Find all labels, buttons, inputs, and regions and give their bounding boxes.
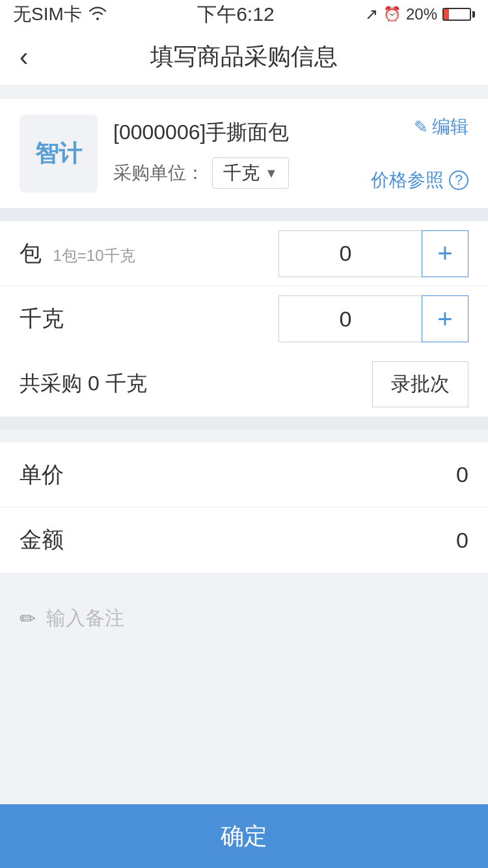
bao-input-row: 包 1包=10千克 + <box>0 221 488 286</box>
unit-price-label: 单价 <box>20 460 456 490</box>
price-section: 单价 0 金额 0 <box>0 442 488 573</box>
amount-value: 0 <box>456 528 468 553</box>
unit-label: 采购单位： <box>113 161 204 185</box>
kg-input-row: 千克 + <box>0 286 488 351</box>
product-logo: 智计 <box>35 138 82 170</box>
kg-plus-button[interactable]: + <box>422 295 468 342</box>
nav-bar: ‹ 填写商品采购信息 <box>0 29 488 86</box>
bao-input-wrap: + <box>278 230 468 277</box>
unit-select[interactable]: 千克 ▼ <box>212 157 289 189</box>
edit-button[interactable]: ✎ 编辑 <box>414 115 468 139</box>
price-ref-label: 价格参照 <box>371 168 444 193</box>
amount-row: 金额 0 <box>0 508 488 573</box>
summary-text: 共采购 0 千克 <box>20 370 372 398</box>
edit-label: 编辑 <box>432 115 468 139</box>
back-button[interactable]: ‹ <box>20 42 28 72</box>
carrier-text: 无SIM卡 <box>13 2 82 27</box>
section-divider-1 <box>0 208 488 221</box>
kg-input[interactable] <box>278 295 422 342</box>
status-bar: 无SIM卡 下午6:12 ↗ ⏰ 20% <box>0 0 488 29</box>
alarm-icon: ⏰ <box>383 6 401 23</box>
help-icon: ? <box>449 170 468 190</box>
status-left: 无SIM卡 <box>13 2 107 27</box>
edit-icon: ✎ <box>414 117 428 137</box>
bao-sub: 1包=10千克 <box>53 247 135 264</box>
chevron-down-icon: ▼ <box>265 166 278 181</box>
status-right: ↗ ⏰ 20% <box>365 5 475 23</box>
confirm-button[interactable]: 确定 <box>0 804 488 868</box>
location-icon: ↗ <box>365 5 378 23</box>
note-placeholder: 输入备注 <box>46 605 124 632</box>
kg-input-wrap: + <box>278 295 468 342</box>
pencil-icon: ✏ <box>20 607 36 630</box>
batch-button[interactable]: 录批次 <box>372 361 468 407</box>
unit-price-value: 0 <box>456 462 468 487</box>
battery-percent: 20% <box>406 5 437 23</box>
page-title: 填写商品采购信息 <box>150 41 338 73</box>
battery-indicator <box>442 8 475 21</box>
status-time: 下午6:12 <box>197 1 274 28</box>
price-reference-button[interactable]: 价格参照 ? <box>371 168 468 193</box>
unit-value: 千克 <box>223 161 260 185</box>
product-thumbnail: 智计 <box>20 115 98 193</box>
bao-input[interactable] <box>278 230 422 277</box>
bao-plus-button[interactable]: + <box>422 230 468 277</box>
amount-label: 金额 <box>20 525 456 555</box>
kg-label: 千克 <box>20 304 278 334</box>
product-card: 智计 [0000006]手撕面包 采购单位： 千克 ▼ ✎ 编辑 价格参照 ? <box>0 99 488 208</box>
wifi-icon <box>88 4 107 25</box>
bao-label: 包 1包=10千克 <box>20 239 278 269</box>
input-section: 包 1包=10千克 + 千克 + <box>0 221 488 351</box>
unit-price-row: 单价 0 <box>0 442 488 508</box>
note-section[interactable]: ✏ 输入备注 <box>0 586 488 651</box>
section-divider-2 <box>0 416 488 429</box>
summary-row: 共采购 0 千克 录批次 <box>0 351 488 416</box>
